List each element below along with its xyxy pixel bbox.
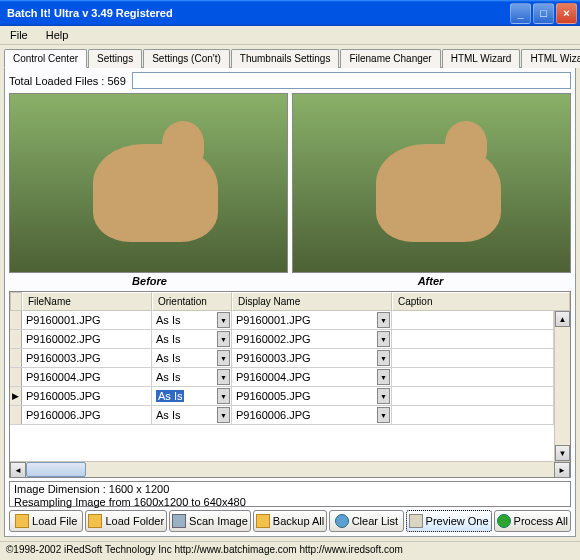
orientation-dropdown-icon[interactable]: ▼ — [217, 369, 230, 385]
col-caption[interactable]: Caption — [392, 292, 570, 311]
table-header: FileName Orientation Display Name Captio… — [10, 292, 570, 311]
loaded-bar: Total Loaded Files : 569 — [9, 72, 571, 89]
scroll-thumb[interactable] — [26, 462, 86, 477]
folder-icon — [88, 514, 102, 528]
cell-orientation: As Is — [156, 409, 180, 421]
cell-filename: P9160006.JPG — [26, 409, 101, 421]
load-file-button[interactable]: Load File — [9, 510, 83, 532]
tab-filename-changer[interactable]: Filename Changer — [340, 49, 440, 68]
total-loaded-label: Total Loaded Files : 569 — [9, 75, 126, 87]
after-image — [293, 94, 570, 272]
tab-control-center[interactable]: Control Center — [4, 49, 87, 68]
displayname-dropdown-icon[interactable]: ▼ — [377, 369, 390, 385]
process-all-button[interactable]: Process All — [494, 510, 571, 532]
scroll-track[interactable] — [26, 462, 554, 477]
backup-icon — [256, 514, 270, 528]
tab-html-wizard[interactable]: HTML Wizard — [442, 49, 521, 68]
cell-orientation: As Is — [156, 352, 180, 364]
clear-icon — [335, 514, 349, 528]
cell-filename: P9160004.JPG — [26, 371, 101, 383]
row-marker-current: ▶ — [10, 387, 22, 405]
minimize-button[interactable]: _ — [510, 3, 531, 24]
cell-filename: P9160005.JPG — [26, 390, 101, 402]
displayname-dropdown-icon[interactable]: ▼ — [377, 407, 390, 423]
scan-image-button[interactable]: Scan Image — [169, 510, 251, 532]
cell-filename: P9160001.JPG — [26, 314, 101, 326]
menu-file[interactable]: File — [6, 28, 32, 42]
tab-settings-cont[interactable]: Settings (Con't) — [143, 49, 230, 68]
cell-displayname: P9160002.JPG — [236, 333, 311, 345]
displayname-dropdown-icon[interactable]: ▼ — [377, 331, 390, 347]
load-folder-button[interactable]: Load Folder — [85, 510, 167, 532]
status-box: Image Dimension : 1600 x 1200 Resampling… — [9, 481, 571, 507]
title-bar: Batch It! Ultra v 3.49 Registered _ □ × — [0, 0, 580, 26]
button-bar: Load File Load Folder Scan Image Backup … — [9, 510, 571, 532]
row-marker — [10, 349, 22, 367]
table-row[interactable]: P9160001.JPG As Is▼ P9160001.JPG▼ — [10, 311, 554, 330]
orientation-dropdown-icon[interactable]: ▼ — [217, 312, 230, 328]
orientation-dropdown-icon[interactable]: ▼ — [217, 331, 230, 347]
scroll-left-icon[interactable]: ◄ — [10, 462, 26, 478]
displayname-dropdown-icon[interactable]: ▼ — [377, 388, 390, 404]
preview-labels: Before After — [9, 275, 571, 287]
backup-all-button[interactable]: Backup All — [253, 510, 327, 532]
preview-before — [9, 93, 288, 273]
cell-filename: P9160002.JPG — [26, 333, 101, 345]
menu-help[interactable]: Help — [42, 28, 73, 42]
orientation-dropdown-icon[interactable]: ▼ — [217, 407, 230, 423]
displayname-dropdown-icon[interactable]: ▼ — [377, 312, 390, 328]
scroll-up-icon[interactable]: ▲ — [555, 311, 570, 327]
row-marker — [10, 368, 22, 386]
tab-thumbnails[interactable]: Thumbnails Settings — [231, 49, 340, 68]
preview-row — [9, 93, 571, 273]
col-filename[interactable]: FileName — [22, 292, 152, 311]
col-orientation[interactable]: Orientation — [152, 292, 232, 311]
table-row[interactable]: P9160004.JPG As Is▼ P9160004.JPG▼ — [10, 368, 554, 387]
cell-displayname: P9160005.JPG — [236, 390, 311, 402]
scroll-down-icon[interactable]: ▼ — [555, 445, 570, 461]
tab-settings[interactable]: Settings — [88, 49, 142, 68]
table-body: P9160001.JPG As Is▼ P9160001.JPG▼ P91600… — [10, 311, 554, 461]
row-marker-header — [10, 292, 22, 311]
process-icon — [497, 514, 511, 528]
window-title: Batch It! Ultra v 3.49 Registered — [3, 7, 508, 19]
cell-orientation: As Is — [156, 371, 180, 383]
preview-icon — [409, 514, 423, 528]
tab-html-wizard-cont[interactable]: HTML Wizard (Con't) — [521, 49, 580, 68]
orientation-dropdown-icon[interactable]: ▼ — [217, 350, 230, 366]
cell-filename: P9160003.JPG — [26, 352, 101, 364]
tab-panel: Total Loaded Files : 569 Before After Fi… — [4, 67, 576, 537]
cell-displayname: P9160004.JPG — [236, 371, 311, 383]
scanner-icon — [172, 514, 186, 528]
before-label: Before — [9, 275, 290, 287]
cell-displayname: P9160006.JPG — [236, 409, 311, 421]
status-line2: Resampling Image from 1600x1200 to 640x4… — [14, 496, 566, 509]
scroll-right-icon[interactable]: ► — [554, 462, 570, 478]
table-row[interactable]: P9160006.JPG As Is▼ P9160006.JPG▼ — [10, 406, 554, 425]
table-row[interactable]: P9160003.JPG As Is▼ P9160003.JPG▼ — [10, 349, 554, 368]
vertical-scrollbar[interactable]: ▲ ▼ — [554, 311, 570, 461]
clear-list-button[interactable]: Clear List — [329, 510, 403, 532]
horizontal-scrollbar[interactable]: ◄ ► — [10, 461, 570, 477]
table-row[interactable]: P9160002.JPG As Is▼ P9160002.JPG▼ — [10, 330, 554, 349]
orientation-dropdown-icon[interactable]: ▼ — [217, 388, 230, 404]
file-table: FileName Orientation Display Name Captio… — [9, 291, 571, 478]
folder-open-icon — [15, 514, 29, 528]
preview-one-button[interactable]: Preview One — [406, 510, 492, 532]
cell-orientation-selected: As Is — [156, 390, 184, 402]
cell-orientation: As Is — [156, 314, 180, 326]
menu-bar: File Help — [0, 26, 580, 45]
row-marker — [10, 406, 22, 424]
table-row[interactable]: ▶ P9160005.JPG As Is▼ P9160005.JPG▼ — [10, 387, 554, 406]
footer: ©1998-2002 iRedSoft Technology Inc http:… — [0, 541, 580, 557]
after-label: After — [290, 275, 571, 287]
loaded-input[interactable] — [132, 72, 571, 89]
maximize-button[interactable]: □ — [533, 3, 554, 24]
tab-strip: Control Center Settings Settings (Con't)… — [0, 45, 580, 67]
close-button[interactable]: × — [556, 3, 577, 24]
cell-displayname: P9160003.JPG — [236, 352, 311, 364]
displayname-dropdown-icon[interactable]: ▼ — [377, 350, 390, 366]
preview-after — [292, 93, 571, 273]
col-displayname[interactable]: Display Name — [232, 292, 392, 311]
status-line1: Image Dimension : 1600 x 1200 — [14, 483, 566, 496]
